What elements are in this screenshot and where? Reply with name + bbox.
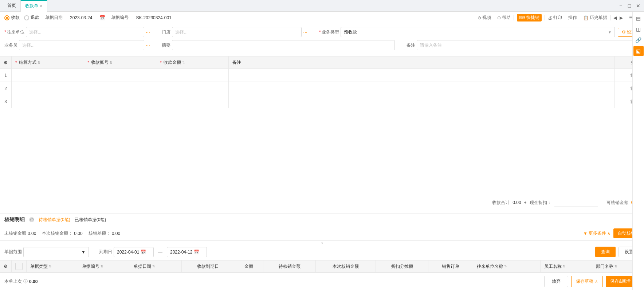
row-3-note[interactable] bbox=[228, 95, 615, 108]
table-row: 2 🗑 ⊕ bbox=[0, 82, 644, 95]
operation-btn[interactable]: 操作 bbox=[568, 15, 577, 21]
sidebar-icon-capture[interactable]: ⬕ bbox=[633, 46, 644, 56]
range-select[interactable]: ▼ bbox=[23, 247, 89, 257]
row-3-settlement[interactable] bbox=[12, 95, 84, 108]
print-btn[interactable]: 🖨 打印 bbox=[548, 15, 562, 21]
counterpart-field: * 往来单位 选择... ··· bbox=[4, 27, 150, 37]
date-calendar-icon[interactable]: 📅 bbox=[99, 15, 105, 20]
row-3-amount[interactable] bbox=[156, 95, 229, 108]
counterpart-more-icon[interactable]: ··· bbox=[146, 29, 150, 35]
shortcut-label: 快捷键 bbox=[526, 15, 539, 21]
done-tab[interactable]: 已核销单据(0笔) bbox=[75, 217, 106, 223]
row-num-3: 3 bbox=[0, 95, 12, 108]
maximize-button[interactable]: □ bbox=[627, 3, 632, 9]
counterpart-input[interactable]: 选择... bbox=[26, 27, 145, 37]
unchecked-value: 0.00 bbox=[28, 231, 36, 236]
verify-actions: ▼ 更多条件 ∧ 自动核销 bbox=[583, 228, 640, 238]
verify-info-icon[interactable]: ⓘ bbox=[29, 217, 34, 222]
business-type-input[interactable]: 预收款 ▼ bbox=[341, 27, 615, 37]
staff-sort-icon[interactable]: ⇅ bbox=[563, 264, 566, 268]
refund-radio[interactable]: 退款 bbox=[24, 15, 39, 21]
row-1-amount[interactable] bbox=[156, 69, 229, 82]
history-label: 历史单据 bbox=[590, 15, 607, 21]
doc-number-sort-icon[interactable]: ⇅ bbox=[101, 264, 103, 268]
date-to-input[interactable]: 2022-04-12 📅 bbox=[167, 247, 207, 257]
summary-field: 摘要 bbox=[162, 40, 395, 50]
account-sort-icon[interactable]: ⇅ bbox=[110, 61, 113, 64]
dept-sort-icon[interactable]: ⇅ bbox=[614, 264, 617, 268]
summary-input[interactable] bbox=[172, 40, 395, 50]
save-draft-label: 保存草稿 bbox=[576, 278, 593, 285]
lower-gear-icon[interactable]: ⚙ bbox=[4, 264, 8, 269]
doc-type-sort-icon[interactable]: ⇅ bbox=[49, 264, 52, 268]
th-account: * 收款账号 ⇅ bbox=[84, 56, 156, 69]
row-2-settlement[interactable] bbox=[12, 82, 84, 95]
discount-input[interactable] bbox=[554, 198, 598, 207]
tab-home[interactable]: 首页 bbox=[3, 0, 20, 12]
save-draft-arrow-icon: ∧ bbox=[595, 279, 598, 284]
counterpart-sort-icon[interactable]: ⇅ bbox=[504, 264, 507, 268]
tab-receipt[interactable]: 收款单 ✕ bbox=[20, 0, 47, 12]
main-table-area: ⚙ * 结算方式 ⇅ * 收款账号 ⇅ bbox=[0, 56, 644, 195]
th-note: 备注 bbox=[228, 56, 615, 69]
query-button[interactable]: 查询 bbox=[595, 247, 616, 257]
nav-right-btn[interactable]: ▶ bbox=[620, 15, 623, 20]
row-1-note[interactable] bbox=[228, 69, 615, 82]
tab-close-icon[interactable]: ✕ bbox=[40, 4, 43, 8]
row-2-account[interactable] bbox=[84, 82, 156, 95]
help-label: 帮助 bbox=[502, 15, 511, 21]
number-label: 单据编号 bbox=[111, 15, 129, 21]
nav-left-btn[interactable]: ◀ bbox=[613, 15, 617, 20]
staff-input[interactable]: 选择... bbox=[19, 40, 144, 50]
store-more-icon[interactable]: ··· bbox=[303, 29, 307, 35]
net-label: 可核销金额 bbox=[606, 200, 628, 206]
counterpart-required: * bbox=[4, 30, 6, 35]
summary-label: 摘要 bbox=[162, 42, 170, 48]
note-label: 备注 bbox=[407, 42, 415, 48]
divider-6 bbox=[610, 15, 610, 20]
toolbar-right: ⊙ 视频 ⊙ 帮助 ⌨ 快捷键 🖨 打印 操作 bbox=[478, 14, 640, 21]
minimize-button[interactable]: － bbox=[618, 3, 624, 9]
more-filter-btn[interactable]: ▼ 更多条件 ∧ bbox=[583, 230, 610, 236]
business-type-chevron-icon: ▼ bbox=[608, 30, 612, 34]
amount-sort-icon[interactable]: ⇅ bbox=[182, 61, 185, 64]
sidebar-icon-link[interactable]: 🔗 bbox=[633, 35, 644, 45]
row-1-settlement[interactable] bbox=[12, 69, 84, 82]
select-all-checkbox[interactable] bbox=[15, 263, 23, 270]
save-draft-button[interactable]: 保存草稿 ∧ bbox=[571, 276, 603, 287]
receipt-radio[interactable]: 收款 bbox=[4, 15, 20, 21]
sidebar-icon-bookmark[interactable]: ◫ bbox=[633, 24, 644, 34]
close-button[interactable]: ✕ bbox=[635, 3, 641, 9]
date-to-calendar-icon: 📅 bbox=[194, 250, 199, 255]
video-btn[interactable]: ⊙ 视频 bbox=[478, 15, 491, 21]
video-icon: ⊙ bbox=[478, 15, 481, 20]
unchecked-label: 未核销金额 bbox=[4, 230, 26, 236]
row-3-account[interactable] bbox=[84, 95, 156, 108]
verify-header: 核销明细 ⓘ 待核销单据(0笔) 已核销单据(0笔) bbox=[0, 213, 644, 226]
store-input[interactable]: 选择... bbox=[172, 27, 302, 37]
history-btn[interactable]: 📋 历史单据 bbox=[583, 15, 607, 21]
subtotal-value: 0.00 bbox=[513, 200, 521, 205]
shortcut-btn[interactable]: ⌨ 快捷键 bbox=[517, 14, 542, 21]
discard-button[interactable]: 放弃 bbox=[544, 276, 568, 287]
pending-tab[interactable]: 待核销单据(0笔) bbox=[39, 217, 70, 223]
help-btn[interactable]: ⊙ 帮助 bbox=[497, 15, 511, 21]
collapse-arrow[interactable]: ∨ bbox=[0, 241, 644, 244]
note-input[interactable]: 请输入备注 bbox=[417, 40, 640, 50]
row-2-amount[interactable] bbox=[156, 82, 229, 95]
doc-date-sort-icon[interactable]: ⇅ bbox=[152, 264, 155, 268]
diff-label: 核销差额： bbox=[89, 230, 110, 236]
print-icon: 🖨 bbox=[548, 15, 552, 20]
verify-title: 核销明细 bbox=[4, 216, 25, 223]
date-from-input[interactable]: 2022-04-01 📅 bbox=[114, 247, 154, 257]
table-settings-icon[interactable]: ⚙ bbox=[4, 60, 8, 65]
staff-more-icon[interactable]: ··· bbox=[146, 42, 150, 48]
sidebar-icon-table[interactable]: ▤ bbox=[633, 13, 644, 23]
form-area: * 往来单位 选择... ··· 门店 选择... ··· * 业务类型 bbox=[0, 24, 644, 56]
divider-4 bbox=[565, 15, 565, 20]
lth-doc-number: 单据编号 ⇅ bbox=[78, 260, 130, 273]
tab-bar: 首页 收款单 ✕ － □ ✕ bbox=[0, 0, 644, 12]
row-2-note[interactable] bbox=[228, 82, 615, 95]
row-1-account[interactable] bbox=[84, 69, 156, 82]
settlement-sort-icon[interactable]: ⇅ bbox=[38, 61, 40, 64]
